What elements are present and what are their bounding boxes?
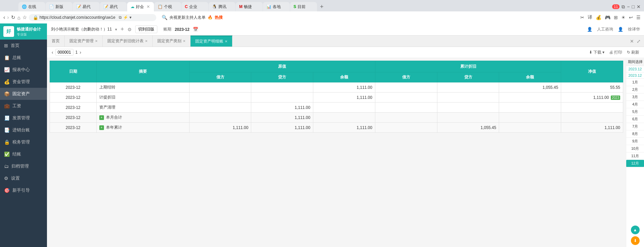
tab-yidai2[interactable]: 📝 易代 — [100, 2, 127, 11]
refresh-button[interactable]: ↻ 刷新 — [627, 50, 639, 55]
tab-haohui[interactable]: ☁ 好会 ✕ — [127, 2, 154, 11]
game-icon[interactable]: 🎮 — [605, 15, 610, 20]
tab-geshui[interactable]: 📋 个税 — [154, 2, 181, 11]
tab-asset-management[interactable]: 固定资产管理 ✕ — [65, 36, 103, 47]
forward-button[interactable]: › — [7, 14, 9, 20]
wallet-icon[interactable]: 💰 — [596, 15, 601, 20]
row1-orig-balance: 1,111.00 — [313, 82, 375, 92]
row2-orig-balance: 1,111.00 — [313, 92, 375, 103]
qr-icon[interactable]: ⧉ — [119, 15, 122, 20]
page-num: 1 — [75, 50, 78, 55]
user-name[interactable]: 徐译华 — [628, 26, 640, 32]
settings-cog-icon[interactable]: ⚙ — [127, 27, 132, 32]
period-current[interactable]: 2023.12 — [626, 72, 644, 79]
tab-tencent[interactable]: 🐧 腾讯 — [209, 2, 235, 11]
layout-icon[interactable]: ⊞ — [614, 15, 618, 20]
row1-acc-balance: 1,055.45 — [499, 82, 561, 92]
period-month-2[interactable]: 2月 — [626, 86, 644, 94]
sidebar-item-payroll[interactable]: 💼 工资 — [0, 100, 47, 112]
add-account-button[interactable]: + — [120, 26, 124, 33]
prev-page-button[interactable]: ‹ — [52, 50, 53, 55]
translate-icon[interactable]: 译 — [588, 14, 592, 20]
sidebar-item-close-period[interactable]: ✅ 结账 — [0, 148, 47, 160]
tab-gedi[interactable]: 📊 各地 — [263, 2, 290, 11]
tab-asset-category[interactable]: 固定资产类别 ✕ — [153, 36, 191, 47]
next-page-button[interactable]: › — [79, 50, 81, 55]
col-orig-debit: 借方 — [189, 72, 251, 82]
tab-close-4[interactable]: ✕ — [225, 40, 227, 43]
print-button[interactable]: 🖨 打印 — [609, 50, 622, 55]
period-month-7[interactable]: 7月 — [626, 123, 644, 130]
menu-icon[interactable]: ☰ — [636, 15, 641, 20]
period-month-12[interactable]: 12月 — [626, 160, 644, 167]
download-dropdown[interactable]: ▾ — [602, 50, 604, 55]
brightness-icon[interactable]: ☀ — [621, 15, 626, 20]
purchase-icon: 📑 — [4, 127, 10, 133]
address-text[interactable]: https://cloud.chanjet.com/accounting/uw1… — [40, 15, 115, 20]
download-button[interactable]: ⬇ 下载 ▾ — [589, 50, 604, 55]
restore-icon[interactable]: ⧉ — [622, 4, 625, 10]
tab-depreciation-stats[interactable]: 固定资产折旧统计表 ✕ — [103, 36, 153, 47]
period-selected-year[interactable]: 2023.12 — [626, 66, 644, 72]
tab-close-1[interactable]: ✕ — [95, 39, 98, 43]
sidebar-item-guide[interactable]: 🎯 新手引导 — [0, 184, 47, 196]
tab-home[interactable]: 首页 — [47, 36, 65, 47]
period-month-11[interactable]: 11月 — [626, 152, 644, 160]
dropdown-icon[interactable]: ▾ — [129, 15, 131, 20]
m-icon: M — [239, 4, 243, 9]
table-row: 2023-12 上期结转 1,111.00 1,055.45 55.55 — [50, 82, 623, 92]
sidebar-item-home[interactable]: ⊞ 首页 — [0, 40, 47, 52]
minimize-icon[interactable]: − — [627, 4, 630, 9]
scroll-up-icon[interactable]: ▲ — [631, 226, 640, 234]
tab-mudi[interactable]: S 目前 — [290, 2, 317, 11]
expand-icon[interactable]: ⤢ — [637, 39, 641, 44]
close-all-icon[interactable]: ✕ — [630, 39, 634, 44]
new-tab-button[interactable]: + — [317, 2, 326, 11]
tab-close-3[interactable]: ✕ — [183, 39, 185, 43]
period-month-9[interactable]: 9月 — [626, 138, 644, 145]
sidebar-item-settings[interactable]: ⚙ 设置 — [0, 172, 47, 184]
tencent-icon: 🐧 — [212, 4, 217, 9]
maximize-icon[interactable]: □ — [632, 4, 635, 9]
period-month-4[interactable]: 4月 — [626, 101, 644, 108]
undo-icon[interactable]: ↩ — [629, 15, 633, 20]
col-orig-balance: 余额 — [313, 72, 375, 82]
period-month-5[interactable]: 5月 — [626, 108, 644, 116]
sidebar-item-invoice[interactable]: 🧾 发票管理 — [0, 112, 47, 124]
home-button[interactable]: ⌂ — [17, 15, 20, 20]
tab-asset-detail[interactable]: 固定资产明细账 ✕ — [191, 36, 232, 47]
bookmark-button[interactable]: ☆ — [22, 14, 27, 20]
dropdown-user-icon[interactable]: ▾ — [115, 27, 117, 32]
calendar-icon[interactable]: 📅 — [193, 27, 198, 32]
sidebar-item-funds[interactable]: 💰 资金管理 — [0, 76, 47, 88]
refresh-icon: ↻ — [627, 50, 630, 55]
tab-close-haohui[interactable]: ✕ — [147, 4, 150, 9]
grid-icon: 📊 — [266, 4, 271, 9]
sidebar-item-archive[interactable]: 🗂 归档管理 — [0, 160, 47, 172]
lock-icon: 🔒 — [33, 15, 38, 20]
period-month-3[interactable]: 3月 — [626, 94, 644, 101]
period-month-1[interactable]: 1月 — [626, 79, 644, 86]
tab-qiye[interactable]: C 企业 — [181, 2, 208, 11]
period-month-10[interactable]: 10月 — [626, 145, 644, 152]
sidebar-item-fixed-assets[interactable]: 📦 固定资产 — [0, 88, 47, 100]
period-month-6[interactable]: 6月 — [626, 116, 644, 123]
back-button[interactable]: ‹ — [3, 14, 5, 20]
tab-new[interactable]: 📄 新版 — [46, 2, 72, 11]
refresh-nav-button[interactable]: ↻ — [11, 14, 15, 20]
sidebar-item-purchase-sales[interactable]: 📑 进销台账 — [0, 124, 47, 136]
sidebar-item-tax[interactable]: 🔒 税务管理 — [0, 136, 47, 148]
period-month-8[interactable]: 8月 — [626, 130, 644, 138]
sidebar-item-reports[interactable]: 📈 报表中心 — [0, 64, 47, 76]
tab-yidai1[interactable]: 📝 易代 — [73, 2, 100, 11]
switch-version-button[interactable]: 切到旧版 — [135, 25, 157, 33]
help-label[interactable]: 人工咨询 — [597, 26, 613, 32]
tab-online[interactable]: 🌐 在线 — [18, 2, 45, 11]
tab-changjie[interactable]: M 畅捷 — [236, 2, 263, 11]
row4-orig-credit: 1,111.00 — [251, 113, 313, 123]
tab-close-2[interactable]: ✕ — [145, 39, 148, 43]
scroll-down-icon[interactable]: ⬇ — [631, 236, 640, 245]
sidebar-item-ledger[interactable]: 📋 总账 — [0, 52, 47, 64]
close-window-icon[interactable]: ✕ — [637, 4, 641, 9]
scissors-icon[interactable]: ✂ — [580, 15, 584, 20]
